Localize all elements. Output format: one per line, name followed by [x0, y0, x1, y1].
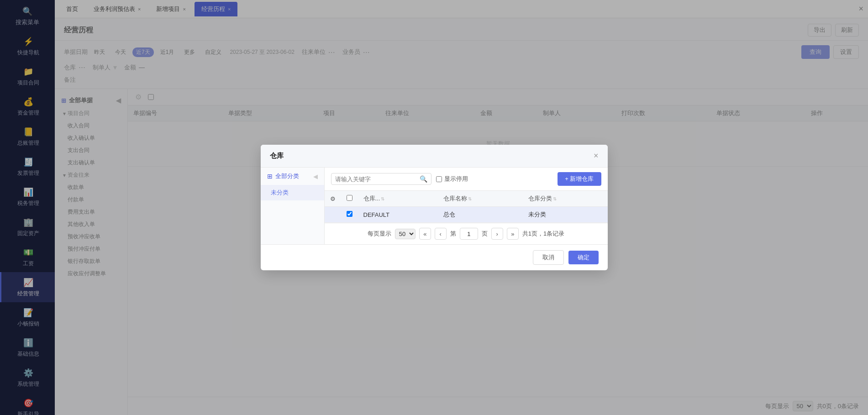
- modal-search-icon: 🔍: [420, 175, 427, 183]
- confirm-button[interactable]: 确定: [568, 251, 599, 264]
- modal-search-wrap: 🔍: [331, 173, 431, 185]
- modal-search-input[interactable]: [335, 176, 417, 183]
- modal-warehouse: 仓库 × ⊞ 全部分类 ◀ 未分类: [261, 145, 608, 270]
- modal-page-input[interactable]: [460, 228, 478, 240]
- select-all-modal[interactable]: [347, 195, 352, 201]
- modal-toolbar: 🔍 显示停用 + 新增仓库: [325, 168, 608, 191]
- modal-page-size-label: 每页显示: [368, 230, 391, 238]
- main-area: 首页 业务利润预估表 × 新增项目 × 经营历程 × × 经营历程 导出 刷新: [55, 0, 868, 415]
- modal-title: 仓库: [270, 152, 284, 160]
- modal-right-panel: 🔍 显示停用 + 新增仓库 ⚙: [325, 168, 608, 244]
- col-settings: ⚙: [325, 191, 341, 207]
- modal-table-wrap: ⚙ 仓库...⇅ 仓库名称⇅ 仓库分类⇅: [325, 191, 608, 223]
- modal-first-page-btn[interactable]: «: [419, 228, 431, 240]
- modal-prev-page-btn[interactable]: ‹: [435, 228, 447, 240]
- show-disabled-label[interactable]: 显示停用: [436, 175, 468, 183]
- add-warehouse-button[interactable]: + 新增仓库: [558, 172, 601, 186]
- modal-page-size-select[interactable]: 50: [395, 229, 416, 239]
- modal-table: ⚙ 仓库...⇅ 仓库名称⇅ 仓库分类⇅: [325, 191, 608, 223]
- col-warehouse-category-label: 仓库分类⇅: [528, 195, 557, 202]
- row-checkbox[interactable]: [347, 211, 352, 217]
- modal-page-unit: 页: [482, 230, 488, 238]
- modal-left-header[interactable]: ⊞ 全部分类 ◀: [261, 168, 324, 185]
- modal-left-panel: ⊞ 全部分类 ◀ 未分类: [261, 168, 325, 244]
- show-disabled-checkbox[interactable]: [436, 176, 442, 182]
- settings-icon-th: ⚙: [330, 195, 336, 202]
- modal-left-collapse[interactable]: ◀: [313, 173, 318, 180]
- cell-name: 总仓: [438, 207, 523, 223]
- modal-overlay: 仓库 × ⊞ 全部分类 ◀ 未分类: [55, 0, 868, 415]
- show-disabled-text: 显示停用: [444, 175, 468, 183]
- modal-last-page-btn[interactable]: »: [507, 228, 519, 240]
- cell-checkbox: [341, 207, 358, 223]
- modal-page-label: 第: [450, 230, 456, 238]
- col-warehouse-category: 仓库分类⇅: [523, 191, 608, 207]
- modal-left-item-unclassified[interactable]: 未分类: [261, 185, 324, 200]
- modal-footer: 取消 确定: [261, 244, 608, 270]
- modal-next-page-btn[interactable]: ›: [491, 228, 503, 240]
- col-warehouse-name-label: 仓库名称⇅: [443, 195, 472, 202]
- col-checkbox: [341, 191, 358, 207]
- cell-code: DEFAULT: [358, 207, 438, 223]
- col-warehouse-code: 仓库...⇅: [358, 191, 438, 207]
- table-row[interactable]: DEFAULT 总仓 未分类: [325, 207, 608, 223]
- modal-pagination: 每页显示 50 « ‹ 第 页 › » 共1页，1条记录: [325, 223, 608, 244]
- cell-category: 未分类: [523, 207, 608, 223]
- modal-all-category: 全部分类: [275, 172, 299, 180]
- cell-settings: [325, 207, 341, 223]
- col-warehouse-code-label: 仓库...⇅: [363, 195, 385, 202]
- modal-body: ⊞ 全部分类 ◀ 未分类 🔍 显示停用: [261, 168, 608, 244]
- modal-total-text: 共1页，1条记录: [522, 230, 564, 238]
- cancel-button[interactable]: 取消: [533, 250, 564, 265]
- modal-close-button[interactable]: ×: [594, 151, 599, 161]
- col-warehouse-name: 仓库名称⇅: [438, 191, 523, 207]
- grid-icon-modal: ⊞: [267, 173, 273, 180]
- modal-header: 仓库 ×: [261, 145, 608, 168]
